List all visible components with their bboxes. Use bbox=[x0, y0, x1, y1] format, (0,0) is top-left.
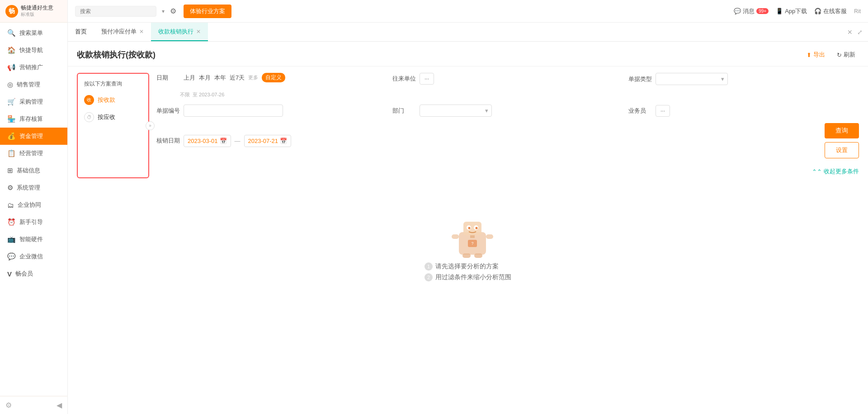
filter-option-by-receivable[interactable]: ⏱ 按应收 bbox=[78, 109, 148, 126]
sidebar-item-guide[interactable]: ⏰新手引导 bbox=[0, 214, 67, 231]
query-btn-col: 查询 设置 bbox=[825, 123, 859, 158]
sidebar-item-wechat[interactable]: 💬企业微信 bbox=[0, 248, 67, 265]
online-service-action[interactable]: 🎧 在线客服 bbox=[814, 7, 847, 15]
logo-subtitle: 标准版 bbox=[21, 11, 53, 18]
settings-gear-icon[interactable]: ⚙ bbox=[170, 7, 176, 15]
svg-rect-10 bbox=[474, 253, 482, 258]
main-area: ▾ ⚙ 体验行业方案 💬 消息 99+ 📱 App下载 🎧 在线客服 Rit 首… bbox=[68, 0, 868, 414]
svg-rect-6 bbox=[470, 235, 475, 238]
date-7days[interactable]: 近7天 bbox=[230, 74, 245, 82]
receivable-icon: ⏱ bbox=[84, 112, 94, 122]
filter-date-label: 日期 bbox=[156, 74, 180, 82]
svg-rect-1 bbox=[463, 222, 481, 235]
query-button[interactable]: 查询 bbox=[825, 123, 859, 138]
filter-sidebar-title: 按以下方案查询 bbox=[78, 78, 148, 91]
date-more[interactable]: 更多 bbox=[248, 74, 258, 81]
date-options: 上月 本月 本年 近7天 更多 自定义 bbox=[184, 73, 285, 82]
verify-date-start-text: 2023-03-01 bbox=[188, 138, 218, 144]
date-no-limit: 不限 bbox=[180, 91, 190, 98]
sidebar-item-search-menu[interactable]: 🔍搜索菜单 bbox=[0, 24, 67, 42]
doc-number-input[interactable] bbox=[184, 105, 283, 117]
page-header: 收款核销执行(按收款) ⬆ 导出 ↻ 刷新 bbox=[68, 42, 868, 67]
app-icon: 📱 bbox=[776, 8, 783, 14]
filter-date-col: 日期 上月 本月 本年 近7天 更多 自定义 bbox=[156, 73, 387, 82]
date-this-year[interactable]: 本年 bbox=[214, 74, 226, 82]
tip-num-2: 2 bbox=[425, 273, 433, 281]
tab-receivable-close[interactable]: ✕ bbox=[196, 29, 201, 35]
filter-area: 按以下方案查询 收 按收款 ⏱ 按应收 » 日期 bbox=[68, 67, 868, 185]
doc-type-select[interactable] bbox=[656, 73, 728, 85]
sidebar-item-funds[interactable]: 💰资金管理 bbox=[0, 128, 67, 145]
calendar-end-icon: 📅 bbox=[280, 138, 287, 144]
sidebar-item-basic-info[interactable]: ⊞基础信息 bbox=[0, 162, 67, 179]
expand-icon[interactable]: ⤢ bbox=[857, 29, 863, 36]
empty-tip-2: 2 用过滤条件来缩小分析范围 bbox=[425, 273, 511, 281]
page-header-actions: ⬆ 导出 ↻ 刷新 bbox=[803, 49, 859, 61]
doc-type-select-wrapper bbox=[656, 73, 728, 85]
tab-home[interactable]: 首页 bbox=[68, 23, 94, 41]
svg-text:?: ? bbox=[471, 241, 473, 246]
sidebar-item-vip[interactable]: V畅会员 bbox=[0, 265, 67, 282]
filter-dept-label: 部门 bbox=[392, 107, 416, 115]
filter-verify-date-col: 核销日期 2023-03-01 📅 — 2023-07-21 📅 bbox=[156, 135, 621, 147]
collapse-sidebar-icon[interactable]: ◀ bbox=[57, 401, 62, 409]
svg-rect-9 bbox=[462, 253, 471, 258]
dept-select[interactable] bbox=[420, 105, 492, 117]
message-icon: 💬 bbox=[734, 8, 741, 14]
sidebar-item-operations[interactable]: 📋经营管理 bbox=[0, 145, 67, 162]
filter-option-by-receipt[interactable]: 收 按收款 bbox=[78, 91, 148, 109]
date-custom-badge[interactable]: 自定义 bbox=[262, 73, 285, 82]
tab-actions: ✕ ⤢ bbox=[842, 23, 868, 41]
svg-rect-7 bbox=[452, 234, 459, 239]
sidebar-item-purchase[interactable]: 🛒采购管理 bbox=[0, 93, 67, 110]
industry-solution-button[interactable]: 体验行业方案 bbox=[184, 5, 231, 18]
tab-prepaid[interactable]: 预付冲应付单 ✕ bbox=[94, 23, 151, 41]
sidebar-item-quick-nav[interactable]: 🏠快捷导航 bbox=[0, 42, 67, 59]
message-badge: 99+ bbox=[756, 8, 769, 14]
sidebar-item-marketing[interactable]: 📢营销推广 bbox=[0, 59, 67, 76]
tab-receivable[interactable]: 收款核销执行 ✕ bbox=[151, 23, 208, 41]
sidebar-item-system[interactable]: ⚙系统管理 bbox=[0, 179, 67, 196]
verify-date-end-text: 2023-07-21 bbox=[248, 138, 278, 144]
filter-staff-col: 业务员 ··· bbox=[628, 105, 859, 117]
verify-date-range: 2023-03-01 📅 — 2023-07-21 📅 bbox=[184, 135, 291, 147]
date-this-month[interactable]: 本月 bbox=[199, 74, 211, 82]
export-button[interactable]: ⬆ 导出 bbox=[803, 49, 829, 61]
filter-sidebar: 按以下方案查询 收 按收款 ⏱ 按应收 » bbox=[77, 73, 149, 178]
partner-ellipsis-btn[interactable]: ··· bbox=[420, 73, 434, 85]
staff-ellipsis-btn[interactable]: ··· bbox=[656, 105, 670, 117]
logo-icon: 畅 bbox=[5, 5, 18, 18]
logo: 畅 畅捷通好生意 标准版 bbox=[0, 0, 67, 23]
sidebar-item-smart-hardware[interactable]: 📺智能硬件 bbox=[0, 231, 67, 248]
search-chevron-icon[interactable]: ▾ bbox=[162, 8, 165, 14]
calendar-start-icon: 📅 bbox=[220, 138, 227, 144]
sidebar-nav: 🔍搜索菜单 🏠快捷导航 📢营销推广 ◎销售管理 🛒采购管理 🏪库存核算 💰资金管… bbox=[0, 23, 67, 396]
date-last-month[interactable]: 上月 bbox=[184, 74, 195, 82]
filter-sidebar-collapse[interactable]: » bbox=[146, 121, 155, 130]
sidebar-item-sales[interactable]: ◎销售管理 bbox=[0, 76, 67, 93]
filter-main: 日期 上月 本月 本年 近7天 更多 自定义 往来单位 ··· bbox=[156, 73, 859, 178]
settings-icon[interactable]: ⚙ bbox=[5, 401, 12, 409]
close-window-icon[interactable]: ✕ bbox=[847, 29, 853, 36]
verify-date-end-input[interactable]: 2023-07-21 📅 bbox=[244, 135, 292, 147]
tip-num-1: 1 bbox=[425, 262, 433, 271]
export-icon: ⬆ bbox=[807, 52, 811, 58]
app-download-action[interactable]: 📱 App下载 bbox=[776, 7, 807, 15]
date-range-separator: — bbox=[235, 138, 241, 144]
topbar-search-input[interactable] bbox=[75, 6, 156, 17]
empty-state: ? 1 请先选择要分析的方案 2 用过滤条件来缩小分析范围 bbox=[68, 185, 868, 311]
svg-point-5 bbox=[476, 227, 478, 229]
sidebar-item-enterprise[interactable]: 🗂企业协同 bbox=[0, 196, 67, 214]
sidebar-item-inventory[interactable]: 🏪库存核算 bbox=[0, 110, 67, 128]
headset-icon: 🎧 bbox=[814, 8, 821, 14]
tab-prepaid-close[interactable]: ✕ bbox=[139, 29, 144, 35]
filter-doc-number-label: 单据编号 bbox=[156, 107, 180, 115]
verify-date-start-input[interactable]: 2023-03-01 📅 bbox=[184, 135, 231, 147]
user-name[interactable]: Rit bbox=[854, 8, 861, 14]
setting-button[interactable]: 设置 bbox=[825, 142, 859, 158]
messages-action[interactable]: 💬 消息 99+ bbox=[734, 7, 769, 15]
filter-verify-date-label: 核销日期 bbox=[156, 137, 180, 145]
refresh-button[interactable]: ↻ 刷新 bbox=[833, 49, 859, 61]
filter-partner-label: 往来单位 bbox=[392, 75, 416, 83]
collapse-more-button[interactable]: ⌃⌃ 收起更多条件 bbox=[156, 165, 859, 178]
